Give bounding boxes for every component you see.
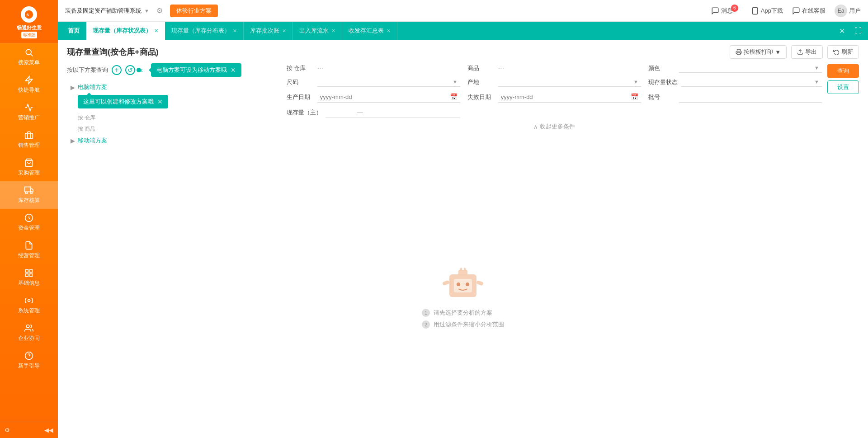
stock-status-select[interactable]: ▼ (681, 77, 822, 87)
filter-title-row: 按以下方案查询 + ↺ « 电脑方案可设为移动方案哦 ✕ (67, 63, 281, 77)
system-dropdown-arrow[interactable]: ▼ (144, 8, 149, 14)
online-support-label: 在线客服 (802, 7, 826, 15)
tab-in-out-flow-label: 出入库流水 (299, 27, 329, 35)
tab-receive-send-summary[interactable]: 收发存汇总表 ✕ (342, 22, 397, 40)
refresh-btn[interactable]: 刷新 (827, 45, 859, 59)
svg-point-16 (28, 300, 30, 302)
sidebar-item-guide[interactable]: 新手引导 (0, 347, 58, 374)
tab-home-label: 首页 (68, 27, 80, 35)
query-btn[interactable]: 查询 (827, 64, 859, 78)
tab-batch-ledger-label: 库存批次账 (250, 27, 279, 35)
tooltip1-dot (137, 68, 141, 72)
goods-dots[interactable]: ··· (498, 64, 504, 72)
production-date-input[interactable]: 📅 (317, 91, 460, 103)
filter-size-row: 尺码 ▼ (287, 77, 460, 87)
message-btn[interactable]: 消息 6 (711, 7, 742, 15)
svg-rect-29 (476, 280, 484, 286)
origin-select[interactable]: ▼ (498, 77, 641, 87)
scheme-mobile[interactable]: ▶ 移动端方案 (67, 135, 281, 146)
export-btn[interactable]: 导出 (791, 45, 823, 59)
user-btn[interactable]: Ea 用户 (835, 5, 861, 17)
tab-in-out-flow[interactable]: 出入库流水 ✕ (293, 22, 342, 40)
scheme-desktop-label: 电脑端方案 (78, 83, 107, 91)
tab-inventory-distribution-close[interactable]: ✕ (233, 28, 237, 34)
print-dropdown-arrow: ▼ (775, 49, 781, 56)
sidebar-item-inventory[interactable]: 库存核算 (0, 181, 58, 209)
tab-fullscreen-btn[interactable]: ⛶ (852, 24, 864, 37)
print-template-btn[interactable]: 按模板打印 ▼ (730, 45, 787, 59)
expiry-date-cal-icon[interactable]: 📅 (631, 93, 638, 100)
filter-stock-main-row: 现存量（主） — (287, 107, 460, 118)
logo-text: 畅通好生意 (17, 24, 42, 31)
tab-bar-right: ✕ ⛶ (835, 24, 868, 37)
sidebar-item-marketing[interactable]: 营销推广 (0, 99, 58, 126)
production-date-field[interactable] (320, 94, 450, 100)
sidebar-item-purchase[interactable]: 采购管理 (0, 154, 58, 181)
print-icon (736, 49, 742, 55)
color-select[interactable]: ▼ (679, 63, 822, 73)
empty-state-illustration (440, 261, 486, 301)
tooltip1-close[interactable]: ✕ (231, 66, 236, 74)
collapse-btn[interactable]: ∧ 收起更多条件 (533, 122, 575, 131)
sidebar-item-enterprise-label: 企业协同 (18, 334, 40, 342)
settings-gear-icon[interactable]: ⚙ (156, 6, 163, 15)
sidebar-item-operations-label: 经营管理 (18, 252, 40, 259)
filter-refresh-btn[interactable]: ↺ (125, 65, 135, 75)
tab-home[interactable]: 首页 (61, 22, 86, 40)
sidebar-item-sales[interactable]: 销售管理 (0, 126, 58, 154)
sidebar-collapse-btn[interactable]: ◀◀ (44, 427, 53, 433)
expiry-date-input[interactable]: 📅 (498, 91, 641, 103)
message-icon (711, 7, 719, 15)
sidebar-item-quicknav-label: 快捷导航 (18, 86, 40, 94)
sidebar-item-operations[interactable]: 经营管理 (0, 236, 58, 264)
page-content: 现存量查询(按仓库+商品) 按模板打印 ▼ 导出 刷新 (58, 40, 868, 438)
batch-input[interactable] (679, 92, 822, 103)
sidebar-item-finance[interactable]: 资金管理 (0, 209, 58, 236)
industry-btn[interactable]: 体验行业方案 (170, 5, 218, 17)
sidebar-item-enterprise[interactable]: 企业协同 (0, 319, 58, 347)
size-select[interactable]: ▼ (317, 77, 460, 87)
production-date-cal-icon[interactable]: 📅 (450, 93, 458, 100)
app-download-btn[interactable]: App下载 (751, 7, 783, 15)
scheme-desktop[interactable]: ▶ 电脑端方案 (67, 81, 281, 93)
svg-rect-14 (30, 274, 33, 277)
svg-rect-15 (26, 274, 28, 277)
sidebar-settings-btn[interactable]: ⚙ (5, 427, 10, 433)
expiry-date-field[interactable] (501, 94, 631, 100)
stock-main-max[interactable] (365, 109, 392, 116)
sidebar-item-system[interactable]: 系统管理 (0, 292, 58, 319)
tab-close-all-btn[interactable]: ✕ (835, 24, 848, 37)
svg-rect-22 (737, 52, 741, 55)
svg-point-9 (26, 192, 28, 194)
tab-batch-ledger[interactable]: 库存批次账 ✕ (244, 22, 293, 40)
tab-inventory-distribution[interactable]: 现存量（库存分布表） ✕ (165, 22, 244, 40)
step1-text: 请先选择要分析的方案 (434, 309, 492, 317)
setting-btn[interactable]: 设置 (827, 80, 859, 94)
sidebar-item-quicknav[interactable]: 快捷导航 (0, 71, 58, 99)
tab-batch-ledger-close[interactable]: ✕ (282, 28, 286, 34)
svg-marker-8 (30, 189, 33, 192)
query-btn-col: 查询 设置 (827, 63, 859, 151)
stock-main-min[interactable] (328, 109, 355, 116)
step2-text: 用过滤条件来缩小分析范围 (434, 320, 504, 329)
svg-point-10 (30, 192, 32, 194)
origin-label: 产地 (467, 78, 495, 86)
tooltip2-close[interactable]: ✕ (157, 98, 163, 105)
tab-inventory-status-close[interactable]: ✕ (154, 28, 158, 34)
svg-rect-5 (25, 133, 33, 139)
user-label: 用户 (849, 7, 861, 15)
logo-icon: 6 (21, 6, 37, 23)
tab-inventory-status[interactable]: 现存量（库存状况表） ✕ (86, 22, 165, 40)
scheme-goods-item: 按 商品 (67, 123, 281, 135)
svg-line-3 (31, 54, 33, 57)
step1-num: 1 (422, 309, 430, 317)
page-title: 现存量查询(按仓库+商品) (67, 47, 159, 57)
online-support-btn[interactable]: 在线客服 (792, 7, 826, 15)
filter-add-btn[interactable]: + (112, 65, 122, 75)
warehouse-dots[interactable]: ··· (317, 64, 323, 72)
sidebar-item-search[interactable]: 搜索菜单 (0, 43, 58, 71)
filter-fields-grid: 按 仓库 ··· 商品 ··· 颜色 ▼ (287, 63, 822, 118)
sidebar-item-basics[interactable]: 基础信息 (0, 264, 58, 292)
tab-in-out-flow-close[interactable]: ✕ (331, 28, 335, 34)
tab-receive-send-summary-close[interactable]: ✕ (387, 28, 391, 34)
